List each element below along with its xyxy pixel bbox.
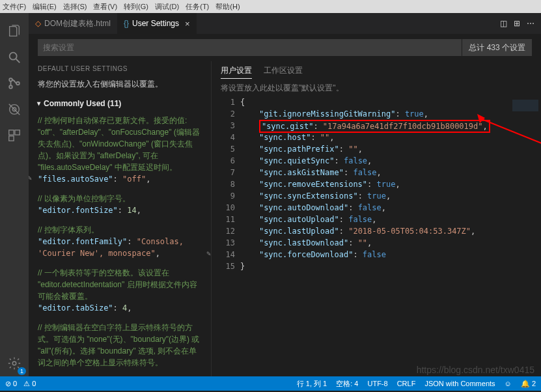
svg-point-11	[12, 361, 16, 365]
status-feedback-icon[interactable]: ☺	[505, 380, 512, 387]
menu-goto[interactable]: 转到(G)	[124, 2, 148, 12]
key-tabsize: "editor.tabSize"	[38, 303, 113, 313]
source-control-icon[interactable]	[0, 70, 29, 96]
settings-searchbar: 总计 433 个设置	[38, 39, 532, 56]
menu-edit[interactable]: 编辑(E)	[33, 2, 57, 12]
svg-point-3	[9, 85, 12, 89]
menubar: 文件(F) 编辑(E) 选择(S) 查看(V) 转到(G) 调试(D) 任务(T…	[0, 0, 541, 13]
split-editor-icon[interactable]: ◫	[500, 19, 507, 28]
svg-point-2	[9, 78, 12, 81]
val-autosave: "off"	[122, 175, 146, 184]
svg-line-1	[16, 59, 20, 63]
status-line-col[interactable]: 行 1, 列 1	[297, 379, 327, 389]
status-eol[interactable]: CRLF	[397, 380, 416, 387]
comment-tabsize: // 一个制表符等于的空格数。该设置在 "editor.detectIndent…	[38, 267, 202, 302]
key-autosave: "files.autoSave"	[38, 175, 113, 184]
menu-help[interactable]: 帮助(H)	[215, 2, 240, 12]
status-encoding[interactable]: UTF-8	[367, 380, 387, 387]
user-settings-pane: 用户设置 工作区设置 将设置放入此处以覆盖"默认设置"。 12345678910…	[211, 61, 541, 376]
tab-dom-html[interactable]: ◇ DOM创建表格.html	[29, 13, 117, 34]
menu-view[interactable]: 查看(V)	[93, 2, 117, 12]
svg-point-0	[10, 53, 17, 60]
commonly-used-header[interactable]: Commonly Used (11)	[38, 99, 202, 108]
pencil-icon[interactable]: ✎	[206, 249, 211, 260]
comment-fontfamily: // 控制字体系列。	[38, 224, 202, 236]
explorer-icon[interactable]	[0, 18, 29, 44]
minimap[interactable]	[512, 100, 538, 139]
tab-workspace-settings[interactable]: 工作区设置	[264, 65, 303, 79]
default-settings-pane: DEFAULT USER SETTINGS 将您的设置放入右侧编辑器以覆盖。 C…	[29, 61, 211, 376]
braces-icon: {}	[124, 19, 129, 28]
val-fontsize: 14	[127, 206, 136, 215]
tab-label: User Settings	[132, 19, 179, 28]
user-settings-help: 将设置放入此处以覆盖"默认设置"。	[221, 83, 532, 94]
svg-rect-8	[9, 130, 14, 135]
default-settings-help: 将您的设置放入右侧编辑器以覆盖。	[38, 79, 202, 90]
menu-tasks[interactable]: 任务(T)	[186, 2, 209, 12]
open-editors-icon[interactable]: ⊞	[514, 19, 520, 28]
editor-tabs: ◇ DOM创建表格.html {} User Settings × ◫ ⊞ ⋯	[29, 13, 541, 34]
pencil-icon[interactable]: ✎	[29, 173, 32, 184]
svg-line-6	[9, 104, 20, 115]
status-language[interactable]: JSON with Comments	[424, 380, 495, 387]
more-icon[interactable]: ⋯	[527, 19, 534, 28]
settings-count: 总计 433 个设置	[462, 39, 532, 56]
menu-select[interactable]: 选择(S)	[63, 2, 87, 12]
svg-rect-9	[15, 130, 20, 135]
activity-bar: 1	[0, 13, 29, 376]
comment-whitespace: // 控制编辑器在空白字符上显示特殊符号的方式。可选值为 "none"(无)、"…	[38, 322, 202, 369]
line-gutter: 12345678910111213✎1415	[221, 96, 240, 272]
tab-label: DOM创建表格.html	[44, 18, 111, 29]
key-fontfamily: "editor.fontFamily"	[38, 237, 127, 246]
svg-point-4	[16, 82, 20, 85]
menu-file[interactable]: 文件(F)	[3, 2, 26, 12]
default-settings-title: DEFAULT USER SETTINGS	[38, 65, 202, 72]
svg-rect-10	[9, 136, 14, 141]
tab-user-settings-inner[interactable]: 用户设置	[221, 65, 252, 79]
comment-autosave: // 控制何时自动保存已更新文件。接受的值: "off"、"afterDelay…	[38, 115, 202, 173]
status-bell-icon[interactable]: 🔔 2	[521, 380, 536, 388]
extensions-icon[interactable]	[0, 122, 29, 148]
close-icon[interactable]: ×	[185, 19, 190, 29]
html-icon: ◇	[35, 19, 41, 28]
search-input[interactable]	[38, 39, 462, 56]
tab-user-settings[interactable]: {} User Settings ×	[117, 13, 197, 34]
comment-fontsize: // 以像素为单位控制字号。	[38, 193, 202, 204]
settings-gear-icon[interactable]: 1	[0, 350, 29, 376]
status-spaces[interactable]: 空格: 4	[336, 379, 358, 389]
gear-badge: 1	[18, 367, 26, 375]
code-area[interactable]: { "git.ignoreMissingGitWarning": true, "…	[240, 96, 532, 272]
status-warnings[interactable]: ⚠ 0	[23, 380, 36, 388]
debug-icon[interactable]	[0, 96, 29, 122]
menu-debug[interactable]: 调试(D)	[155, 2, 179, 12]
status-bar: ⊘ 0 ⚠ 0 行 1, 列 1 空格: 4 UTF-8 CRLF JSON w…	[0, 376, 541, 391]
search-icon[interactable]	[0, 44, 29, 70]
highlighted-sync-gist: "sync.gist": "17a94a6a7e41df27f10dcb91b8…	[259, 120, 490, 133]
key-fontsize: "editor.fontSize"	[38, 206, 118, 215]
status-errors[interactable]: ⊘ 0	[5, 380, 17, 388]
